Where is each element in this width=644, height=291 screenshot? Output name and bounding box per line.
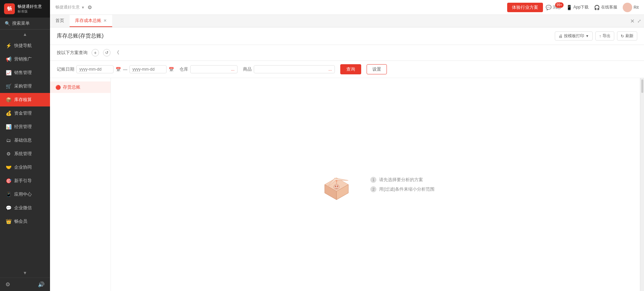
sidebar-item-quick-nav[interactable]: ⚡ 快捷导航 bbox=[0, 39, 50, 52]
sidebar-item-label: 快捷导航 bbox=[14, 43, 32, 49]
sidebar-item-enterprise[interactable]: 🤝 企业协同 bbox=[0, 161, 50, 174]
tab-close-icon[interactable]: ✕ bbox=[103, 19, 107, 23]
tab-resize-icon[interactable]: ⤢ bbox=[637, 18, 641, 24]
sidebar-item-system[interactable]: ⚙ 系统管理 bbox=[0, 147, 50, 161]
sidebar-item-label: 系统管理 bbox=[14, 151, 32, 157]
audio-icon[interactable]: 🔊 bbox=[38, 281, 45, 288]
content-body: 🔴 存货总账 bbox=[50, 78, 644, 291]
hint-1-number: 1 bbox=[370, 177, 376, 183]
product-select[interactable]: ... bbox=[254, 65, 335, 73]
system-icon: ⚙ bbox=[5, 151, 11, 157]
date-separator: — bbox=[123, 67, 127, 72]
sidebar-item-purchase[interactable]: 🛒 采购管理 bbox=[0, 79, 50, 93]
tab-home[interactable]: 首页 bbox=[50, 15, 70, 27]
sidebar-item-vip[interactable]: 👑 畅会员 bbox=[0, 215, 50, 228]
tabbar: 首页 库存成本总账 ✕ ✕ ⤢ bbox=[50, 15, 644, 27]
settings-icon[interactable]: ⚙ bbox=[5, 281, 10, 288]
scheme-item-label: 存货总账 bbox=[63, 84, 80, 90]
product-label: 商品 bbox=[243, 66, 252, 72]
headset-icon: 🎧 bbox=[594, 5, 600, 10]
warehouse-label: 仓库 bbox=[179, 66, 188, 72]
scheme-icon: 🔴 bbox=[55, 85, 61, 90]
hint-1-text: 请先选择要分析的方案 bbox=[379, 177, 423, 183]
vip-icon: 👑 bbox=[5, 218, 11, 224]
print-icon: 🖨 bbox=[559, 34, 563, 39]
purchase-icon: 🛒 bbox=[5, 83, 11, 89]
hint-2-number: 2 bbox=[370, 186, 376, 192]
sidebar-scroll-up[interactable]: ▲ bbox=[0, 30, 50, 38]
enterprise-icon: 🤝 bbox=[5, 164, 11, 170]
empty-hint-1: 1 请先选择要分析的方案 bbox=[370, 177, 434, 183]
sidebar-item-wechat[interactable]: 💬 企业微信 bbox=[0, 201, 50, 215]
filter-collapse-button[interactable]: 《 bbox=[115, 50, 119, 56]
sidebar-item-label: 经营管理 bbox=[14, 124, 32, 130]
topbar-right: 💬 消息 99+ 📱 App下载 🎧 在线客服 Rit bbox=[546, 3, 639, 12]
scroll-handle[interactable] bbox=[641, 79, 643, 93]
tab-cost-ledger[interactable]: 库存成本总账 ✕ bbox=[70, 15, 112, 27]
inventory-icon: 📦 bbox=[5, 97, 11, 103]
sidebar-item-basic[interactable]: 🗂 基础信息 bbox=[0, 134, 50, 147]
filter-reset-button[interactable]: ↺ bbox=[103, 49, 110, 56]
right-scrollbar[interactable] bbox=[640, 78, 644, 291]
date-start-input[interactable] bbox=[76, 65, 114, 73]
scheme-item-inventory-ledger[interactable]: 🔴 存货总账 bbox=[50, 81, 110, 93]
search-menu-item[interactable]: 🔍 搜索菜单 bbox=[0, 18, 50, 29]
sidebar-item-sales[interactable]: 📈 销售管理 bbox=[0, 66, 50, 79]
product-filter-group: 商品 ... bbox=[243, 65, 335, 73]
print-button[interactable]: 🖨 按模板打印 ▼ bbox=[555, 31, 593, 41]
sidebar-item-operation[interactable]: 📊 经营管理 bbox=[0, 120, 50, 134]
date-filter-group: 记账日期 📅 — 📅 bbox=[57, 65, 174, 73]
finance-icon: 💰 bbox=[5, 110, 11, 116]
app-logo-icon: 畅 bbox=[4, 3, 15, 14]
sidebar-item-app-center[interactable]: 📱 应用中心 bbox=[0, 188, 50, 201]
sidebar-item-guide[interactable]: 🎯 新手引导 bbox=[0, 174, 50, 188]
sidebar: 畅 畅捷通好生意 标准版 🔍 搜索菜单 ▲ ⚡ 快捷导航 📢 营销推广 📈 销售… bbox=[0, 0, 50, 291]
refresh-button[interactable]: ↻ 刷新 bbox=[617, 31, 637, 41]
marketing-icon: 📢 bbox=[5, 56, 11, 62]
product-more-icon[interactable]: ... bbox=[328, 67, 332, 72]
quick-nav-icon: ⚡ bbox=[5, 43, 11, 49]
warehouse-select[interactable]: ... bbox=[190, 65, 238, 73]
filter-bar: 按以下方案查询 + ↺ 《 bbox=[50, 45, 644, 61]
sidebar-item-label: 库存核算 bbox=[14, 97, 32, 103]
wechat-icon: 💬 bbox=[5, 205, 11, 211]
sidebar-item-marketing[interactable]: 📢 营销推广 bbox=[0, 52, 50, 66]
sidebar-item-label: 营销推广 bbox=[14, 56, 32, 62]
industry-solution-button[interactable]: 体验行业方案 bbox=[507, 3, 543, 12]
empty-box-svg bbox=[318, 166, 355, 203]
app-sub: 标准版 bbox=[18, 9, 42, 14]
online-service-button[interactable]: 🎧 在线客服 bbox=[594, 4, 617, 10]
calendar-end-icon[interactable]: 📅 bbox=[169, 67, 174, 72]
date-end-input[interactable] bbox=[129, 65, 167, 73]
topbar-gear-icon[interactable]: ⚙ bbox=[88, 4, 92, 10]
print-chevron-icon: ▼ bbox=[586, 34, 589, 38]
filter-add-button[interactable]: + bbox=[92, 49, 99, 56]
settings-button[interactable]: 设置 bbox=[367, 64, 387, 74]
messages-button[interactable]: 💬 消息 99+ bbox=[546, 4, 561, 10]
sidebar-item-label: 应用中心 bbox=[14, 191, 32, 197]
operation-icon: 📊 bbox=[5, 124, 11, 130]
sidebar-item-label: 企业微信 bbox=[14, 205, 32, 211]
filter-label: 按以下方案查询 bbox=[57, 50, 88, 56]
calendar-start-icon[interactable]: 📅 bbox=[116, 67, 121, 72]
warehouse-more-icon[interactable]: ... bbox=[231, 67, 234, 72]
hint-2-text: 用[过滤]条件来缩小分析范围 bbox=[379, 186, 434, 192]
sidebar-item-label: 资金管理 bbox=[14, 110, 32, 116]
svg-point-6 bbox=[337, 186, 338, 187]
filter-row: 记账日期 📅 — 📅 仓库 ... 商品 ... 查询 设置 bbox=[50, 61, 644, 78]
tab-cost-ledger-label: 库存成本总账 bbox=[75, 18, 101, 24]
search-menu-label: 搜索菜单 bbox=[12, 20, 30, 26]
app-download-button[interactable]: 📱 App下载 bbox=[566, 4, 589, 10]
query-button[interactable]: 查询 bbox=[340, 64, 361, 74]
sidebar-item-finance[interactable]: 💰 资金管理 bbox=[0, 106, 50, 120]
username-label: Rit bbox=[634, 5, 639, 10]
date-filter-label: 记账日期 bbox=[57, 66, 74, 72]
user-profile[interactable]: Rit bbox=[623, 3, 639, 12]
topbar: 畅捷通好生意 ▼ ⚙ 体验行业方案 💬 消息 99+ 📱 App下载 🎧 在线客… bbox=[50, 0, 644, 15]
sidebar-scroll-down[interactable]: ▼ bbox=[0, 269, 50, 277]
export-button[interactable]: ↑ 导出 bbox=[595, 31, 614, 41]
sidebar-item-inventory[interactable]: 📦 库存核算 bbox=[0, 93, 50, 106]
svg-point-8 bbox=[336, 180, 338, 182]
tab-close-panel-icon[interactable]: ✕ bbox=[630, 18, 635, 24]
main-area: 畅捷通好生意 ▼ ⚙ 体验行业方案 💬 消息 99+ 📱 App下载 🎧 在线客… bbox=[50, 0, 644, 291]
